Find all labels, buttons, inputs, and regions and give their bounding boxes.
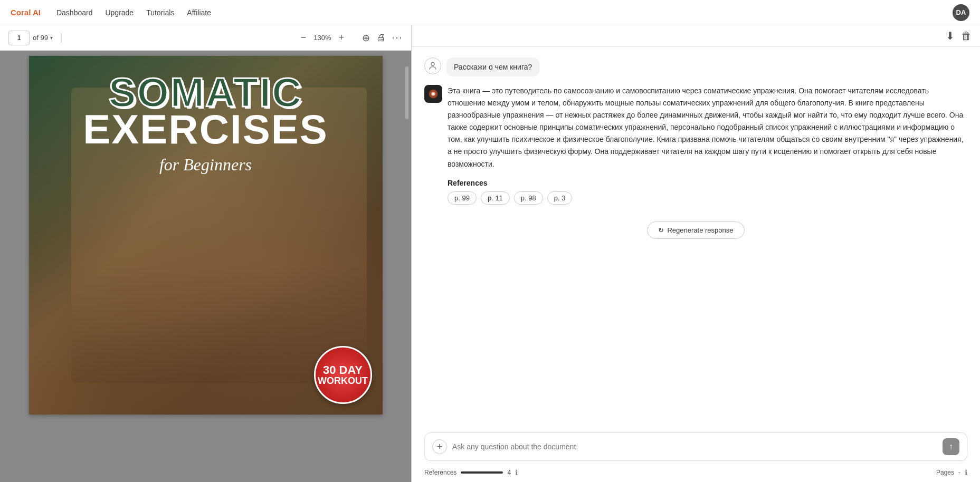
nav-tutorials[interactable]: Tutorials — [146, 8, 174, 17]
pdf-page: SOMATIC EXERCISES for Beginners 30 DAY W… — [29, 56, 383, 414]
regenerate-label: Regenerate response — [667, 226, 733, 234]
chat-text-input[interactable] — [452, 442, 937, 451]
references-section: References p. 99 p. 11 p. 98 p. 3 — [448, 179, 967, 205]
zoom-level-label[interactable]: 130% — [313, 34, 331, 42]
user-message-avatar — [424, 57, 441, 74]
nav-upgrade[interactable]: Upgrade — [105, 8, 134, 17]
page-input-group: of 99 ▾ — [8, 31, 53, 45]
pdf-content-area: SOMATIC EXERCISES for Beginners 30 DAY W… — [0, 51, 411, 482]
pdf-cover: SOMATIC EXERCISES for Beginners 30 DAY W… — [29, 56, 383, 414]
nav-links: Dashboard Upgrade Tutorials Affiliate — [56, 8, 211, 17]
page-total: of 99 ▾ — [33, 34, 53, 42]
reference-tags: p. 99 p. 11 p. 98 p. 3 — [448, 191, 967, 205]
footer-pages-control: Pages - ℹ — [936, 468, 967, 477]
toolbar-actions: ⊕ 🖨 ⋮ — [362, 32, 403, 44]
ai-avatar — [424, 85, 442, 103]
regenerate-row: ↻ Regenerate response — [424, 221, 967, 239]
nav-affiliate[interactable]: Affiliate — [187, 8, 211, 17]
print-button[interactable]: 🖨 — [376, 32, 386, 44]
references-slider[interactable] — [461, 471, 503, 474]
toolbar-separator — [61, 33, 62, 43]
zoom-out-button[interactable]: − — [298, 31, 310, 44]
zoom-in-button[interactable]: + — [335, 31, 347, 44]
footer-references-control: References 4 ℹ — [424, 468, 518, 477]
more-options-button[interactable]: ⋮ — [391, 33, 404, 43]
chat-input-box: + ↑ — [424, 432, 967, 461]
ai-bubble: Эта книга — это путеводитель по самосозн… — [448, 85, 967, 205]
user-bubble: Расскажи о чем книга? — [446, 57, 539, 76]
reference-tag-1[interactable]: p. 11 — [481, 191, 510, 205]
regenerate-icon: ↻ — [658, 226, 664, 234]
ai-response-text: Эта книга — это путеводитель по самосозн… — [448, 85, 967, 170]
person-icon — [428, 61, 437, 71]
main-layout: of 99 ▾ − 130% + ⊕ 🖨 ⋮ — [0, 25, 980, 482]
reference-tag-0[interactable]: p. 99 — [448, 191, 477, 205]
delete-button[interactable]: 🗑 — [961, 30, 972, 42]
top-navigation: Coral AI Dashboard Upgrade Tutorials Aff… — [0, 0, 980, 25]
ai-icon — [428, 89, 439, 99]
regenerate-button[interactable]: ↻ Regenerate response — [647, 221, 744, 239]
pages-info-icon[interactable]: ℹ — [965, 468, 967, 477]
svg-point-0 — [431, 62, 434, 65]
cover-title-exercises: EXERCISES — [83, 109, 328, 150]
reference-tag-2[interactable]: p. 98 — [514, 191, 543, 205]
footer-references-label: References — [424, 469, 456, 476]
nav-dashboard[interactable]: Dashboard — [56, 8, 93, 17]
ai-message: Эта книга — это путеводитель по самосозн… — [424, 85, 967, 205]
footer-pages-value: - — [958, 469, 960, 476]
svg-point-2 — [432, 93, 435, 95]
references-count: 4 — [507, 469, 511, 476]
page-dropdown-chevron[interactable]: ▾ — [50, 35, 53, 41]
user-avatar[interactable]: DA — [953, 4, 969, 21]
page-number-input[interactable] — [8, 31, 30, 45]
reference-tag-3[interactable]: p. 3 — [547, 191, 573, 205]
pdf-panel: of 99 ▾ − 130% + ⊕ 🖨 ⋮ — [0, 25, 412, 482]
references-label: References — [448, 179, 967, 187]
user-message: Расскажи о чем книга? — [424, 57, 967, 76]
references-info-icon[interactable]: ℹ — [515, 468, 518, 477]
chat-panel-header: ⬇ 🗑 — [412, 25, 980, 47]
add-attachment-button[interactable]: + — [432, 439, 447, 454]
cover-badge: 30 DAY WORKOUT — [314, 346, 372, 404]
footer-pages-label: Pages — [936, 469, 954, 476]
brand-logo[interactable]: Coral AI — [11, 8, 41, 17]
chat-panel: ⬇ 🗑 Расскажи о чем книга? — [412, 25, 980, 482]
cover-subtitle: for Beginners — [159, 155, 252, 175]
zoom-controls: − 130% + — [298, 31, 347, 44]
send-button[interactable]: ↑ — [943, 438, 959, 455]
download-button[interactable]: ⬇ — [946, 30, 955, 42]
chat-input-area: + ↑ — [412, 432, 980, 465]
chat-footer-options: References 4 ℹ Pages - ℹ — [412, 465, 980, 482]
fit-page-button[interactable]: ⊕ — [362, 32, 370, 44]
badge-line2: WORKOUT — [318, 376, 368, 385]
chat-messages: Расскажи о чем книга? Эта книга — это пу… — [412, 47, 980, 432]
pdf-toolbar: of 99 ▾ − 130% + ⊕ 🖨 ⋮ — [0, 25, 411, 51]
pdf-scrollbar[interactable] — [405, 51, 409, 482]
badge-line1: 30 DAY — [323, 364, 363, 376]
